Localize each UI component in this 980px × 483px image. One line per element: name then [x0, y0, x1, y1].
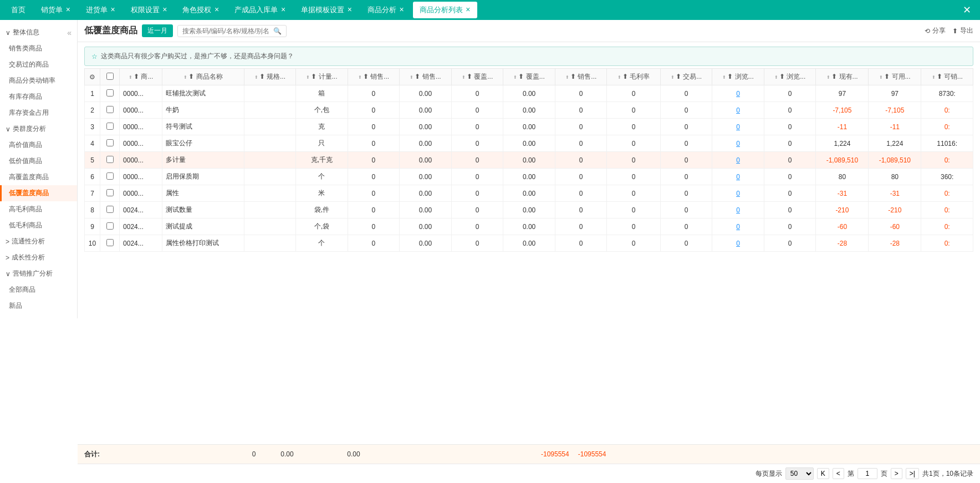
filter-month-button[interactable]: 近一月 — [142, 24, 173, 37]
sidebar-item-high-coverage[interactable]: 高覆盖度商品 — [0, 169, 77, 185]
row-browse1[interactable]: 0 — [712, 202, 764, 218]
sidebar-item-traded-goods[interactable]: 交易过的商品 — [0, 57, 77, 73]
row-select[interactable] — [106, 156, 114, 163]
nav-close-goods-analysis-list[interactable]: × — [466, 5, 470, 14]
unit-col-header[interactable]: ⬆ 计量... — [296, 69, 348, 85]
nav-roles[interactable]: 角色授权 × — [176, 2, 226, 18]
sidebar-item-low-value[interactable]: 低价值商品 — [0, 153, 77, 169]
row-checkbox[interactable] — [100, 218, 120, 235]
next-page-button[interactable]: > — [891, 468, 902, 479]
row-select[interactable] — [106, 222, 114, 230]
page-input[interactable] — [858, 468, 877, 479]
row-browse1[interactable]: 0 — [712, 102, 764, 119]
nav-close-roles[interactable]: × — [215, 5, 219, 14]
spec-col-header[interactable]: ⬆ 规格... — [244, 69, 296, 85]
row-browse1[interactable]: 0 — [712, 85, 764, 102]
nav-home[interactable]: 首页 — [4, 2, 32, 18]
row-checkbox[interactable] — [100, 102, 120, 119]
sidebar-section-cluster[interactable]: ∨ 类群度分析 — [0, 121, 77, 137]
sidebar-item-high-value[interactable]: 高价值商品 — [0, 137, 77, 153]
row-select[interactable] — [106, 239, 114, 246]
search-icon[interactable]: 🔍 — [273, 27, 282, 35]
row-checkbox[interactable] — [100, 135, 120, 152]
nav-goods-analysis[interactable]: 商品分析 × — [361, 2, 411, 18]
sidebar-item-sales-goods[interactable]: 销售类商品 — [0, 40, 77, 57]
sidebar-item-capital[interactable]: 库存资金占用 — [0, 105, 77, 121]
row-browse1[interactable]: 0 — [712, 169, 764, 185]
sidebar-item-low-coverage[interactable]: 低覆盖度商品 — [0, 185, 77, 201]
export-button[interactable]: ⬆ 导出 — [952, 26, 973, 35]
available-col-header[interactable]: ⬆ 可用... — [869, 69, 921, 85]
page-size-select[interactable]: 50 20 100 — [785, 467, 814, 480]
sidebar-item-low-margin[interactable]: 低毛利商品 — [0, 217, 77, 233]
table-wrapper[interactable]: ⚙ ⬆ 商... ⬆ 商品名称 ⬆ 规格... ⬆ 计量... ⬆ 销售... … — [78, 68, 980, 444]
sidebar-section-overall[interactable]: ∨ 整体信息 « — [0, 24, 77, 40]
row-select[interactable] — [106, 89, 114, 96]
trade-col-header[interactable]: ⬆ 交易... — [660, 69, 712, 85]
row-checkbox[interactable] — [100, 185, 120, 202]
nav-sales[interactable]: 销货单 × — [34, 2, 77, 18]
row-browse1[interactable]: 0 — [712, 119, 764, 135]
search-input[interactable] — [182, 27, 271, 35]
row-select[interactable] — [106, 139, 114, 146]
share-button[interactable]: ⟲ 分享 — [925, 26, 946, 35]
sidebar-item-in-stock[interactable]: 有库存商品 — [0, 89, 77, 105]
row-checkbox[interactable] — [100, 152, 120, 169]
row-browse1[interactable]: 0 — [712, 218, 764, 235]
nav-close-permissions[interactable]: × — [162, 5, 167, 14]
select-all-checkbox[interactable] — [106, 73, 114, 80]
name-col-header[interactable]: ⬆ 商品名称 — [162, 69, 244, 85]
prev-page-button[interactable]: < — [833, 468, 844, 479]
settings-col-header[interactable]: ⚙ — [85, 69, 100, 85]
row-checkbox[interactable] — [100, 85, 120, 102]
row-browse1[interactable]: 0 — [712, 135, 764, 152]
sidebar-section-marketing[interactable]: ∨ 营销推广分析 — [0, 266, 77, 282]
sidebar-section-liquidity[interactable]: > 流通性分析 — [0, 233, 77, 250]
row-checkbox[interactable] — [100, 202, 120, 218]
nav-close-purchase[interactable]: × — [110, 5, 115, 14]
row-select[interactable] — [106, 189, 114, 196]
row-checkbox[interactable] — [100, 119, 120, 135]
nav-permissions[interactable]: 权限设置 × — [124, 2, 174, 18]
cover2-col-header[interactable]: ⬆ 覆盖... — [503, 69, 555, 85]
row-select[interactable] — [106, 106, 114, 113]
sales-qty-col-header[interactable]: ⬆ 销售... — [348, 69, 400, 85]
row-select[interactable] — [106, 172, 114, 180]
nav-close-production[interactable]: × — [281, 5, 285, 14]
current-col-header[interactable]: ⬆ 现有... — [816, 69, 869, 85]
first-page-button[interactable]: K — [817, 468, 829, 479]
sidebar-item-high-margin[interactable]: 高毛利商品 — [0, 201, 77, 217]
sidebar-item-all-goods[interactable]: 全部商品 — [0, 282, 77, 298]
cover1-col-header[interactable]: ⬆ 覆盖... — [451, 69, 503, 85]
row-sales-qty: 0 — [348, 169, 400, 185]
nav-close-goods-analysis[interactable]: × — [400, 5, 404, 14]
sidebar-item-category-rate[interactable]: 商品分类动销率 — [0, 73, 77, 89]
row-browse1[interactable]: 0 — [712, 152, 764, 169]
gross-rate-col-header[interactable]: ⬆ 毛利率 — [607, 69, 660, 85]
window-close-button[interactable]: ✕ — [958, 4, 976, 16]
nav-goods-analysis-list[interactable]: 商品分析列表 × — [413, 2, 477, 18]
nav-purchase[interactable]: 进货单 × — [79, 2, 122, 18]
sales-amt-col-header[interactable]: ⬆ 销售... — [400, 69, 452, 85]
sidebar-item-new-goods[interactable]: 新品 — [0, 298, 77, 314]
sales3-col-header[interactable]: ⬆ 销售... — [555, 69, 607, 85]
row-browse1[interactable]: 0 — [712, 185, 764, 202]
row-checkbox[interactable] — [100, 169, 120, 185]
checkbox-col-header[interactable] — [100, 69, 120, 85]
nav-close-template[interactable]: × — [348, 5, 352, 14]
sidebar-section-growth[interactable]: > 成长性分析 — [0, 250, 77, 266]
collapse-icon[interactable]: « — [67, 28, 72, 37]
code-col-header[interactable]: ⬆ 商... — [120, 69, 162, 85]
nav-close-sales[interactable]: × — [66, 5, 70, 14]
browse1-col-header[interactable]: ⬆ 浏览... — [712, 69, 764, 85]
last-page-button[interactable]: >| — [906, 468, 919, 479]
row-spec — [244, 235, 296, 252]
nav-template[interactable]: 单据模板设置 × — [294, 2, 359, 18]
nav-production[interactable]: 产成品入库单 × — [228, 2, 292, 18]
sellable-col-header[interactable]: ⬆ 可销... — [921, 69, 973, 85]
row-checkbox[interactable] — [100, 235, 120, 252]
row-browse1[interactable]: 0 — [712, 235, 764, 252]
row-select[interactable] — [106, 123, 114, 130]
browse2-col-header[interactable]: ⬆ 浏览... — [764, 69, 816, 85]
row-select[interactable] — [106, 206, 114, 213]
